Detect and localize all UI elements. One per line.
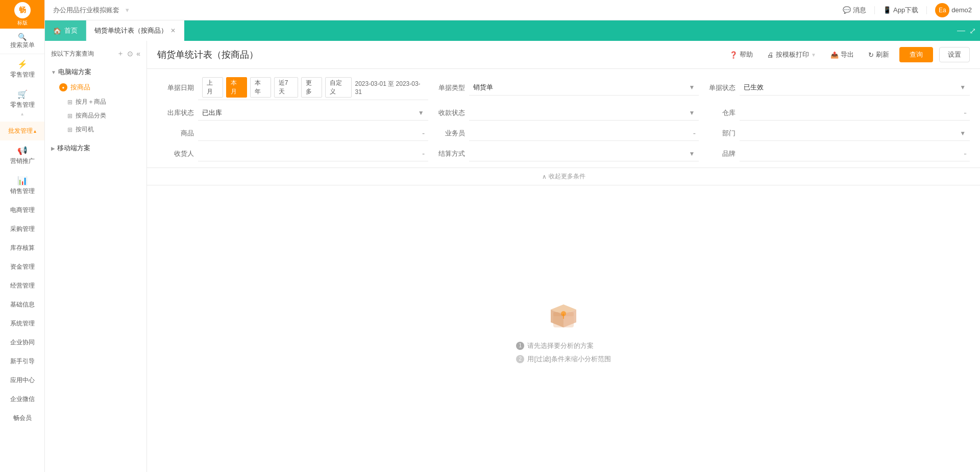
header-divider-1: [874, 6, 875, 14]
settlement-control[interactable]: ▼: [469, 146, 699, 161]
tree-sub-by-cashier[interactable]: ⊞ 按司机: [45, 123, 146, 136]
sidebar-item-purchase[interactable]: 采购管理: [0, 220, 44, 239]
page-title: 销货单统计表（按商品）: [157, 49, 258, 61]
template-print-label: 按模板打印: [776, 50, 809, 59]
tab-close-icon[interactable]: ✕: [170, 27, 176, 34]
tab-maximize-icon[interactable]: ⤢: [969, 26, 976, 36]
top-header: 办公用品行业模拟账套 ▾ 💬 消息 📱 App下载 Ea demo2: [45, 0, 980, 20]
export-button[interactable]: 📤 导出: [826, 48, 858, 61]
avatar-text: Ea: [939, 7, 946, 14]
message-button[interactable]: 💬 消息: [843, 6, 866, 15]
collapse-bar: ∧ 收起更多条件: [147, 168, 980, 185]
empty-tips: 1 请先选择要分析的方案 2 用[过滤]条件来缩小分析范围: [516, 341, 610, 364]
receiver-control[interactable]: ···: [198, 146, 428, 161]
inventory-label: 库存核算: [10, 244, 35, 252]
date-filter-options: 上月 本月 本年 近7天 更多 自定义 2023-03-01 至 2023-03…: [202, 77, 424, 98]
warehouse-label: 仓库: [699, 108, 740, 117]
date-btn-this-month[interactable]: 本月: [226, 77, 247, 98]
sidebar-item-corp[interactable]: 企业协同: [0, 333, 44, 352]
avatar: Ea: [935, 3, 949, 17]
doc-type-control[interactable]: 销货单 ▼: [469, 80, 699, 96]
brand-control[interactable]: ···: [740, 146, 970, 161]
sidebar-item-newbie[interactable]: 新手引导: [0, 352, 44, 371]
message-icon: 💬: [843, 6, 851, 14]
add-scheme-icon[interactable]: ＋: [117, 49, 124, 58]
sidebar-search-item[interactable]: 🔍 搜索菜单: [0, 29, 44, 54]
empty-tip-2: 2 用[过滤]条件来缩小分析范围: [516, 355, 610, 364]
sidebar-item-ops[interactable]: 经营管理: [0, 276, 44, 295]
settings-scheme-icon[interactable]: ⊙: [127, 50, 133, 58]
tab-home[interactable]: 🏠 首页: [45, 20, 86, 41]
app-download-button[interactable]: 📱 App下载: [883, 6, 918, 15]
help-button[interactable]: ❓ 帮助: [725, 48, 757, 61]
home-icon: 🏠: [53, 27, 61, 35]
retail-icon: 🛒: [17, 89, 28, 99]
tree-sub-by-cashier-label: 按司机: [76, 125, 94, 134]
page-title-bar: 销货单统计表（按商品） ❓ 帮助 🖨 按模板打印 ▼ 📤 导出: [147, 41, 980, 69]
date-btn-custom[interactable]: 自定义: [325, 77, 352, 98]
user-button[interactable]: Ea demo2: [935, 3, 972, 17]
sidebar-item-wholesale[interactable]: 批发管理 ▴: [0, 122, 44, 140]
industry-breadcrumb: 办公用品行业模拟账套: [53, 6, 119, 15]
tree-item-by-product[interactable]: ● 按商品: [45, 80, 146, 95]
warehouse-control[interactable]: ···: [740, 105, 970, 121]
download-icon: 📱: [883, 6, 891, 14]
collapse-button[interactable]: ∧ 收起更多条件: [542, 172, 585, 181]
tip-num-2: 2: [516, 355, 524, 363]
salesman-control[interactable]: ···: [469, 126, 699, 141]
out-status-dropdown-icon: ▼: [418, 109, 424, 116]
help-label: 帮助: [740, 50, 753, 59]
product-control[interactable]: ···: [198, 126, 428, 141]
sidebar-item-retail[interactable]: 🛒 零售管理 ▴: [0, 84, 44, 122]
tree-item-by-product-label: 按商品: [70, 83, 90, 92]
sidebar-logo[interactable]: 畅 标版: [0, 0, 45, 29]
date-btn-more[interactable]: 更多: [301, 77, 322, 98]
quick-nav-icon: ⚡: [17, 59, 28, 69]
app-download-label: App下载: [893, 6, 918, 15]
template-print-button[interactable]: 🖨 按模板打印 ▼: [763, 48, 820, 61]
department-control[interactable]: ▼: [740, 126, 970, 141]
tree-group-desktop-label[interactable]: ▼ 电脑端方案: [45, 64, 146, 80]
tree-sub-product-category[interactable]: ⊞ 按商品分类: [45, 109, 146, 123]
tree-sub-month-product-label: 按月＋商品: [76, 98, 106, 106]
left-panel-header: 按以下方案查询 ＋ ⊙ «: [45, 45, 146, 62]
tree-group-desktop-text: 电脑端方案: [58, 67, 91, 77]
sidebar-item-apps[interactable]: 应用中心: [0, 371, 44, 390]
department-label: 部门: [699, 129, 740, 138]
doc-type-label: 单据类型: [428, 83, 469, 92]
sidebar-item-wechat[interactable]: 企业微信: [0, 390, 44, 409]
username-label: demo2: [951, 6, 972, 14]
date-btn-this-year[interactable]: 本年: [250, 77, 271, 98]
receive-status-control[interactable]: ▼: [469, 105, 699, 121]
retail-expand-icon: ▴: [21, 111, 23, 116]
sidebar-item-finance[interactable]: 资金管理: [0, 257, 44, 276]
sidebar-item-system[interactable]: 系统管理: [0, 314, 44, 333]
out-status-label: 出库状态: [157, 108, 198, 117]
tab-minimize-icon[interactable]: —: [957, 26, 965, 36]
main-area: 办公用品行业模拟账套 ▾ 💬 消息 📱 App下载 Ea demo2 🏠: [45, 0, 980, 472]
tab-sales-stat-label: 销货单统计表（按商品）: [94, 26, 167, 35]
tree-group-mobile-label[interactable]: ▶ 移动端方案: [45, 140, 146, 156]
sidebar-item-ecommerce[interactable]: 电商管理: [0, 201, 44, 220]
query-button[interactable]: 查询: [899, 47, 933, 62]
date-btn-7days[interactable]: 近7天: [274, 77, 298, 98]
date-btn-last-month[interactable]: 上月: [202, 77, 223, 98]
date-range-text: 2023-03-01 至 2023-03-31: [355, 80, 424, 96]
sidebar-item-member[interactable]: 畅会员: [0, 409, 44, 428]
tab-sales-stat[interactable]: 销货单统计表（按商品） ✕: [86, 20, 184, 41]
sidebar-item-marketing[interactable]: 📢 营销推广: [0, 140, 44, 171]
settings-button[interactable]: 设置: [939, 47, 970, 62]
doc-status-control[interactable]: 已生效 ▼: [740, 80, 970, 96]
refresh-button[interactable]: ↻ 刷新: [864, 48, 893, 61]
tree-expand-icon: ▼: [51, 69, 56, 75]
salesman-label: 业务员: [428, 129, 469, 138]
print-icon: 🖨: [767, 51, 774, 59]
tree-sub-month-product[interactable]: ⊞ 按月＋商品: [45, 95, 146, 109]
sidebar-item-basic[interactable]: 基础信息: [0, 295, 44, 314]
out-status-control[interactable]: 已出库 ▼: [198, 105, 428, 121]
collapse-panel-icon[interactable]: «: [136, 50, 140, 58]
sidebar-item-sales[interactable]: 📊 销售管理: [0, 171, 44, 201]
sidebar-item-quick-nav[interactable]: ⚡ 零售管理: [0, 54, 44, 84]
sidebar-item-inventory[interactable]: 库存核算: [0, 239, 44, 257]
filter-row-receiver: 收货人 ··· 结算方式 ▼ 品牌 ···: [157, 146, 970, 161]
